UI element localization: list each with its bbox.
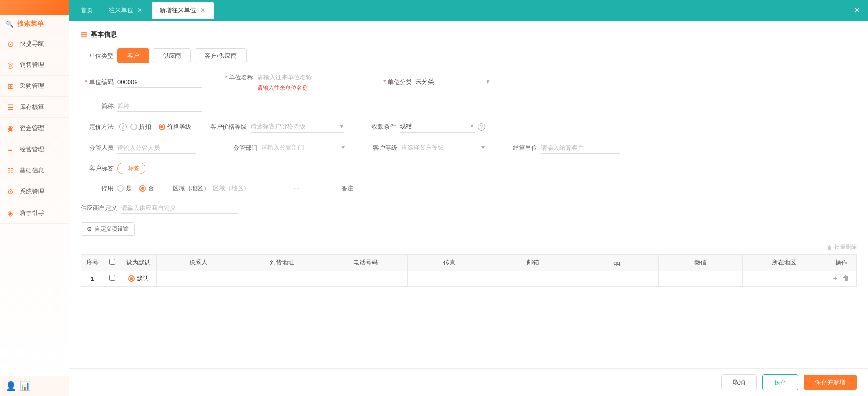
region-more-btn[interactable]: ··· [292,184,302,193]
contact-input[interactable] [161,276,235,282]
sidebar-item-operation[interactable]: ≡ 经营管理 [0,139,69,160]
pricing-help-icon[interactable]: ? [119,123,127,131]
tab-partners[interactable]: 往来单位✕ [101,2,151,19]
department-label: 分管部门 [225,144,258,152]
col-action: 操作 [826,255,857,271]
row-contact[interactable] [156,271,240,287]
unit-category-select[interactable]: 未分类 ▼ [416,76,491,88]
section-title-text: 基本信息 [91,31,117,39]
footer: 取消 保存 保存并新增 [69,368,868,396]
row-address[interactable] [240,271,324,287]
short-name-group: 简称 [81,101,202,112]
sidebar-item-quick-nav[interactable]: ⊙ 快捷导航 [0,33,69,54]
phone-input[interactable] [329,276,403,282]
row-select-checkbox[interactable] [109,275,115,281]
payment-terms-select[interactable]: 现结 ▼ [400,120,475,133]
manager-input[interactable] [117,142,196,154]
col-seq: 序号 [81,255,104,271]
tab-close-partners[interactable]: ✕ [136,7,144,14]
email-input[interactable] [496,276,570,282]
row-checkbox[interactable] [104,271,121,287]
row-email[interactable] [491,271,575,287]
pricing-discount-option[interactable]: 折扣 [130,123,151,131]
price-level-label: 价格等级 [167,123,191,131]
wechat-input[interactable] [663,276,737,282]
short-name-row: 简称 [81,101,857,112]
contacts-table: 序号 设为默认 联系人 到货地址 电话号码 传真 邮箱 qq 微信 所在地区 操… [81,254,857,287]
payment-terms-value: 现结 [400,122,467,131]
short-name-label: 简称 [81,102,114,110]
select-all-checkbox[interactable] [109,259,115,265]
row-default[interactable]: 默认 [121,271,156,287]
batch-delete-button[interactable]: 🗑 批量删除 [827,243,857,251]
window-close-button[interactable]: ✕ [850,3,864,17]
customer-level-select[interactable]: 请选择客户等级 ▼ [401,141,486,154]
custom-settings-button[interactable]: ⚙ 自定义项设置 [81,222,135,236]
sidebar-item-inventory[interactable]: ☰ 库存核算 [0,97,69,118]
unit-code-input[interactable] [117,77,202,88]
region-input[interactable] [213,183,292,194]
disabled-yes-outer [117,185,124,192]
contacts-table-section: 🗑 批量删除 序号 设为默认 联系人 到货地址 电话号码 传真 邮箱 qq [81,243,857,287]
disabled-radio-group: 是 否 [117,184,154,193]
row-add-btn[interactable]: + [832,274,839,282]
pricing-level-option[interactable]: 价格等级 [159,123,191,131]
unit-type-supplier-btn[interactable]: 供应商 [153,48,191,63]
tab-bar: 首页往来单位✕新增往来单位✕ ✕ [69,0,868,21]
fax-input[interactable] [412,276,486,282]
disabled-no-option[interactable]: 否 [139,184,154,193]
supplier-custom-input[interactable] [121,202,238,214]
customer-price-level-select[interactable]: 请选择客户价格等级 ▼ [251,120,344,133]
tab-add-partner[interactable]: 新增往来单位✕ [152,2,214,19]
tab-home[interactable]: 首页 [73,2,100,19]
add-tag-button[interactable]: + 标签 [117,163,145,174]
settlement-input[interactable] [541,142,620,154]
col-wechat: 微信 [659,255,742,271]
sidebar-item-system[interactable]: ⚙ 系统管理 [0,181,69,202]
unit-type-both-btn[interactable]: 客户/供应商 [195,48,247,63]
stats-icon: 📊 [20,381,30,391]
sales-icon: ◎ [6,60,15,70]
cancel-button[interactable]: 取消 [721,374,757,390]
row-wechat[interactable] [659,271,742,287]
sidebar-item-basic[interactable]: ☷ 基础信息 [0,160,69,181]
row-delete-btn[interactable]: 🗑 [841,274,851,282]
tab-label-add-partner: 新增往来单位 [160,6,196,15]
row-region[interactable] [742,271,826,287]
row-qq[interactable] [575,271,658,287]
pricing-row: 定价方法 ? 折扣 价格等级 客户价格等级 [81,120,857,133]
disabled-yes-option[interactable]: 是 [117,184,132,193]
sidebar-item-finance[interactable]: ◉ 资金管理 [0,118,69,139]
payment-terms-help-icon[interactable]: ? [478,123,485,131]
default-radio-inner [130,277,133,280]
unit-type-customer-btn[interactable]: 客户 [117,48,149,63]
customer-price-level-chevron: ▼ [339,123,344,130]
sidebar-item-newbie[interactable]: ◈ 新手引导 [0,202,69,224]
sidebar-search[interactable]: 🔍 搜索菜单 [0,15,69,33]
tab-close-add-partner[interactable]: ✕ [199,7,206,14]
sidebar-label-quick-nav: 快捷导航 [20,39,44,48]
unit-type-label: 单位类型 [81,52,114,60]
row-seq: 1 [81,271,104,287]
pricing-method-label: 定价方法 [81,123,114,131]
unit-name-error: 请输入往来单位名称 [257,84,308,92]
row-phone[interactable] [324,271,407,287]
save-new-button[interactable]: 保存并新增 [804,375,857,390]
address-input[interactable] [245,276,319,282]
row-fax[interactable] [408,271,491,287]
settlement-more-btn[interactable]: ··· [620,144,630,152]
row-actions: + 🗑 [826,271,857,287]
department-chevron: ▼ [340,144,346,151]
short-name-input[interactable] [117,101,202,112]
sidebar-item-sales[interactable]: ◎ 销售管理 [0,54,69,76]
manager-more-btn[interactable]: ··· [196,144,206,152]
table-row: 1 默认 + 🗑 [81,271,857,287]
supplier-custom-group: 供应商自定义 [81,202,238,214]
save-button[interactable]: 保存 [762,374,798,390]
sidebar-item-purchase[interactable]: ⊞ 采购管理 [0,76,69,97]
unit-name-input[interactable] [257,72,360,83]
remark-input[interactable] [357,183,498,194]
region-input[interactable] [747,276,821,282]
qq-input[interactable] [580,276,654,282]
department-select[interactable]: 请输入分管部门 ▼ [261,141,346,154]
